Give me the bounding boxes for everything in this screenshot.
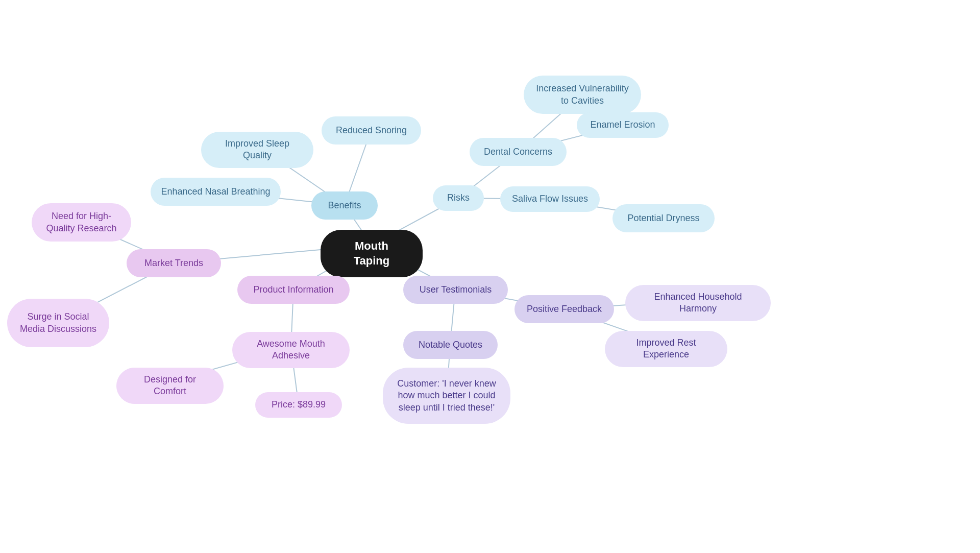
node-market-trends: Market Trends — [127, 249, 221, 277]
node-enhanced-harmony: Enhanced Household Harmony — [625, 285, 771, 321]
node-risks: Risks — [433, 185, 484, 211]
center-node: Mouth Taping — [321, 230, 423, 277]
node-vulnerability: Increased Vulnerability to Cavities — [524, 76, 641, 114]
node-reduced-snoring: Reduced Snoring — [322, 116, 421, 145]
node-notable-quotes: Notable Quotes — [403, 331, 498, 359]
node-designed-comfort: Designed for Comfort — [116, 368, 224, 404]
node-improved-rest: Improved Rest Experience — [605, 331, 727, 367]
node-positive-feedback: Positive Feedback — [514, 295, 614, 323]
node-customer-quote: Customer: 'I never knew how much better … — [383, 368, 510, 424]
node-enamel: Enamel Erosion — [577, 112, 669, 138]
node-product-info: Product Information — [237, 276, 350, 304]
node-benefits: Benefits — [311, 191, 378, 220]
node-price: Price: $89.99 — [255, 392, 342, 418]
node-social-media: Surge in Social Media Discussions — [7, 299, 109, 347]
node-awesome-mouth: Awesome Mouth Adhesive — [232, 332, 350, 368]
node-high-quality: Need for High-Quality Research — [32, 203, 131, 242]
node-user-testimonials: User Testimonials — [403, 276, 508, 304]
node-saliva-flow: Saliva Flow Issues — [500, 186, 600, 212]
node-enhanced-nasal: Enhanced Nasal Breathing — [151, 178, 281, 206]
node-dental-concerns: Dental Concerns — [470, 138, 567, 166]
node-improved-sleep: Improved Sleep Quality — [201, 132, 313, 168]
node-potential-dryness: Potential Dryness — [612, 204, 715, 232]
